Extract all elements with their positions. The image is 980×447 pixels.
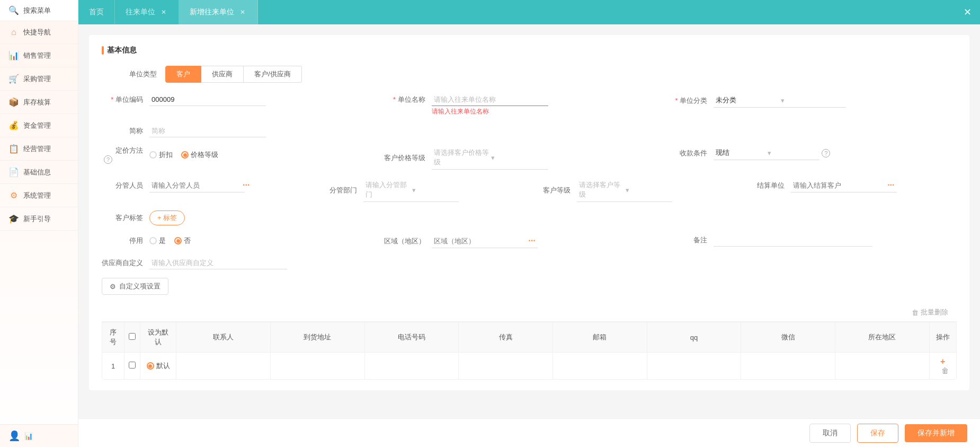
type-btn-customer[interactable]: 客户 bbox=[165, 66, 201, 83]
manager-input[interactable] bbox=[152, 181, 240, 189]
cell-seq: 1 bbox=[102, 353, 124, 380]
beginner-icon: 🎓 bbox=[8, 214, 19, 224]
sidebar-item-inventory[interactable]: 📦 库存核算 bbox=[0, 91, 78, 114]
region-dots-btn[interactable]: ··· bbox=[528, 236, 535, 246]
tab-counterparty[interactable]: 往来单位 ✕ bbox=[115, 0, 179, 24]
cell-wechat bbox=[741, 353, 835, 380]
contact-input[interactable] bbox=[181, 362, 266, 370]
sidebar-item-label: 基础信息 bbox=[23, 168, 51, 177]
radio-no[interactable]: 否 bbox=[174, 236, 191, 246]
save-add-button[interactable]: 保存并新增 bbox=[905, 424, 967, 442]
settlement-unit-input-group: ··· bbox=[791, 178, 897, 192]
sidebar-item-label: 库存核算 bbox=[23, 98, 51, 107]
field-disabled: 停用 是 否 bbox=[102, 234, 384, 248]
payment-terms-help[interactable]: ? bbox=[822, 149, 830, 157]
manager-label: 分管人员 bbox=[102, 181, 149, 190]
tab-new-counterparty-close[interactable]: ✕ bbox=[238, 8, 247, 16]
sidebar-item-quick-nav[interactable]: ⌂ 快捷导航 bbox=[0, 21, 78, 44]
dept-label: 分管部门 bbox=[316, 186, 363, 195]
address-input[interactable] bbox=[275, 362, 360, 370]
remarks-input[interactable] bbox=[714, 234, 872, 247]
unit-code-label: 单位编码 bbox=[102, 95, 149, 104]
radio-discount[interactable]: 折扣 bbox=[149, 150, 173, 160]
payment-terms-label: 收款条件 bbox=[666, 148, 714, 158]
unit-category-select[interactable]: 未分类 ▾ bbox=[714, 93, 846, 108]
type-btn-both[interactable]: 客户/供应商 bbox=[244, 66, 302, 83]
customer-price-level-select[interactable]: 请选择客户价格等级 ▾ bbox=[432, 146, 548, 170]
customer-price-level-chevron: ▾ bbox=[491, 154, 546, 162]
form-row-5: 客户标签 + 标签 bbox=[102, 211, 957, 225]
region-label: 区域（地区） bbox=[384, 236, 432, 246]
add-tag-button[interactable]: + 标签 bbox=[149, 211, 185, 225]
cell-phone bbox=[364, 353, 459, 380]
row-default-radio[interactable]: 默认 bbox=[145, 361, 172, 371]
sidebar-item-finance[interactable]: 💰 资金管理 bbox=[0, 114, 78, 137]
col-address: 到货地址 bbox=[271, 322, 365, 353]
payment-terms-chevron: ▾ bbox=[768, 149, 817, 157]
radio-price-level[interactable]: 价格等级 bbox=[181, 150, 218, 160]
payment-terms-select[interactable]: 现结 ▾ bbox=[714, 146, 819, 160]
cancel-button[interactable]: 取消 bbox=[809, 424, 851, 443]
tab-home[interactable]: 首页 bbox=[78, 0, 115, 24]
sidebar-item-beginner[interactable]: 🎓 新手引导 bbox=[0, 207, 78, 231]
system-icon: ⚙ bbox=[8, 190, 19, 200]
settlement-unit-input[interactable] bbox=[793, 181, 886, 189]
radio-price-level-circle bbox=[181, 151, 189, 159]
disabled-label: 停用 bbox=[102, 236, 149, 246]
sidebar-item-system[interactable]: ⚙ 系统管理 bbox=[0, 184, 78, 207]
table-row: 1 默认 bbox=[102, 353, 957, 380]
region-table-input[interactable] bbox=[840, 362, 925, 370]
cell-region bbox=[835, 353, 929, 380]
qq-input[interactable] bbox=[652, 362, 737, 370]
sidebar-item-operations[interactable]: 📋 经营管理 bbox=[0, 137, 78, 161]
unit-name-input[interactable] bbox=[432, 93, 548, 106]
settlement-unit-dots-btn[interactable]: ··· bbox=[887, 180, 894, 190]
save-button[interactable]: 保存 bbox=[857, 424, 898, 443]
email-input[interactable] bbox=[557, 362, 643, 370]
sidebar-item-purchase[interactable]: 🛒 采购管理 bbox=[0, 67, 78, 91]
select-all-checkbox[interactable] bbox=[129, 333, 136, 340]
tab-new-counterparty[interactable]: 新增往来单位 ✕ bbox=[179, 0, 258, 24]
inventory-icon: 📦 bbox=[8, 97, 19, 107]
del-row-button[interactable]: 🗑 bbox=[941, 366, 949, 375]
close-all-tabs[interactable]: ✕ bbox=[955, 6, 980, 18]
wechat-input[interactable] bbox=[745, 362, 831, 370]
cell-check bbox=[124, 353, 140, 380]
row-checkbox[interactable] bbox=[129, 362, 136, 369]
sidebar-item-label: 新手引导 bbox=[23, 214, 51, 224]
unit-code-input[interactable] bbox=[149, 93, 266, 106]
radio-yes[interactable]: 是 bbox=[149, 236, 166, 246]
radio-discount-label: 折扣 bbox=[159, 150, 173, 160]
type-btn-supplier[interactable]: 供应商 bbox=[201, 66, 244, 83]
col-fax: 传真 bbox=[459, 322, 553, 353]
col-phone: 电话号码 bbox=[364, 322, 459, 353]
sales-icon: 📊 bbox=[8, 50, 19, 60]
sidebar-item-basic-info[interactable]: 📄 基础信息 bbox=[0, 161, 78, 184]
form-row-2: 简称 bbox=[102, 125, 957, 137]
search-menu-item[interactable]: 🔍 搜索菜单 bbox=[0, 0, 78, 21]
supplier-custom-input[interactable] bbox=[149, 257, 287, 269]
dept-select[interactable]: 请输入分管部门 ▾ bbox=[363, 178, 459, 202]
fax-input[interactable] bbox=[463, 362, 548, 370]
disabled-radio-group: 是 否 bbox=[149, 234, 191, 248]
customer-price-level-placeholder: 请选择客户价格等级 bbox=[434, 148, 489, 167]
field-unit-name: 单位名称 请输入往来单位名称 bbox=[384, 93, 666, 116]
sidebar-item-sales[interactable]: 📊 销售管理 bbox=[0, 44, 78, 67]
form-row-3: 定价方法 ? 折扣 价格等级 bbox=[102, 146, 957, 170]
customer-price-level-label: 客户价格等级 bbox=[384, 153, 432, 163]
short-name-input[interactable] bbox=[149, 125, 266, 137]
phone-input[interactable] bbox=[369, 362, 455, 370]
dept-chevron: ▾ bbox=[412, 186, 457, 194]
settlement-unit-label: 结算单位 bbox=[743, 181, 791, 190]
unit-category-chevron: ▾ bbox=[781, 97, 844, 104]
manager-dots-btn[interactable]: ··· bbox=[243, 180, 250, 190]
add-row-button[interactable]: + bbox=[940, 357, 945, 366]
batch-delete-btn[interactable]: 🗑 批量删除 bbox=[912, 308, 948, 317]
pricing-method-help[interactable]: ? bbox=[104, 155, 112, 164]
radio-yes-label: 是 bbox=[159, 236, 166, 246]
region-input[interactable] bbox=[434, 237, 527, 245]
customer-level-select[interactable]: 请选择客户等级 ▾ bbox=[577, 178, 672, 202]
tab-counterparty-close[interactable]: ✕ bbox=[159, 8, 168, 16]
custom-settings-button[interactable]: ⚙ 自定义项设置 bbox=[102, 278, 168, 295]
field-pricing-method: 定价方法 ? 折扣 价格等级 bbox=[102, 146, 384, 164]
